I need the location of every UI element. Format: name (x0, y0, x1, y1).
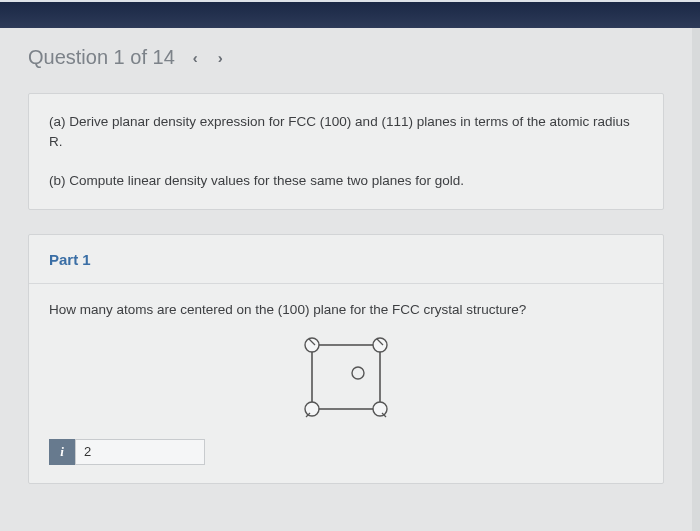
crystal-plane-diagram (296, 333, 396, 421)
nav-arrows: ‹ › (193, 49, 223, 66)
part-body: How many atoms are centered on the (100)… (29, 284, 663, 483)
prompt-card-body: (a) Derive planar density expression for… (29, 94, 663, 209)
question-header: Question 1 of 14 ‹ › (28, 46, 664, 69)
answer-input-row: i (49, 439, 643, 465)
diagram-wrap (49, 333, 643, 421)
prev-question-button[interactable]: ‹ (193, 49, 198, 66)
part-card: Part 1 How many atoms are centered on th… (28, 234, 664, 484)
content-area: Question 1 of 14 ‹ › (a) Derive planar d… (0, 28, 692, 531)
svg-point-4 (373, 402, 387, 416)
next-question-button[interactable]: › (218, 49, 223, 66)
svg-rect-0 (312, 345, 380, 409)
part-label: Part 1 (49, 251, 91, 268)
part-question: How many atoms are centered on the (100)… (49, 302, 643, 317)
info-icon[interactable]: i (49, 439, 75, 465)
question-title: Question 1 of 14 (28, 46, 175, 69)
prompt-line-a: (a) Derive planar density expression for… (49, 112, 643, 153)
svg-point-2 (373, 338, 387, 352)
page-wrap: Question 1 of 14 ‹ › (a) Derive planar d… (0, 28, 700, 531)
svg-point-1 (305, 338, 319, 352)
svg-point-5 (352, 367, 364, 379)
part-header: Part 1 (29, 235, 663, 284)
answer-input[interactable] (75, 439, 205, 465)
window-titlebar (0, 0, 700, 28)
prompt-card: (a) Derive planar density expression for… (28, 93, 664, 210)
prompt-line-b: (b) Compute linear density values for th… (49, 171, 643, 191)
svg-point-3 (305, 402, 319, 416)
